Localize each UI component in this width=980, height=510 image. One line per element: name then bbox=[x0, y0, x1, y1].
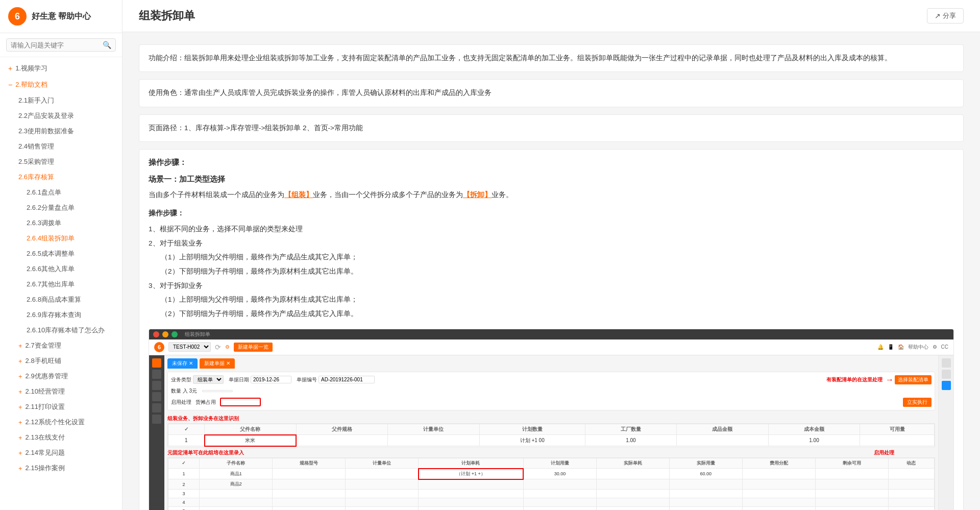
mock-no-input[interactable] bbox=[318, 376, 375, 383]
sidebar-item-label: 2.帮助文档 bbox=[15, 80, 47, 89]
mock-qty-display bbox=[202, 390, 233, 392]
function-intro-text: 功能介绍：组装拆卸单用来处理企业组装或拆卸等加工业务，支持有固定装配清单的产品加… bbox=[149, 54, 892, 62]
mock-cell: 30.00 bbox=[523, 469, 596, 479]
mock-process-label: 启用处理 bbox=[171, 399, 191, 406]
mock-cell bbox=[860, 435, 935, 446]
mock-sub-label: 货摊占用 bbox=[195, 399, 216, 406]
mock-cell: 1 bbox=[168, 435, 205, 446]
mock-org-select[interactable]: TEST-H002 bbox=[168, 342, 211, 352]
mock-select-bom-button[interactable]: 选择装配清单 bbox=[895, 375, 932, 384]
mock-cell bbox=[888, 469, 935, 479]
share-icon: ↗ bbox=[935, 12, 941, 20]
sidebar-item-label: 2.6.3调拨单 bbox=[27, 218, 61, 228]
sidebar-item-mobile[interactable]: + 2.8手机旺铺 bbox=[0, 353, 122, 369]
mock-help-text[interactable]: 帮助中心 bbox=[908, 344, 928, 351]
search-icon[interactable]: 🔍 bbox=[103, 41, 111, 49]
mock-type-select[interactable]: 组装单 拆卸单 bbox=[193, 375, 224, 384]
expand-icon: + bbox=[18, 449, 22, 457]
mock-cell: 60.00 bbox=[669, 469, 742, 479]
sidebar-item-finance[interactable]: + 2.7资金管理 bbox=[0, 338, 122, 353]
logo-text: 好生意 帮助中心 bbox=[32, 11, 91, 22]
sidebar-item-sales[interactable]: 2.4销售管理 bbox=[0, 139, 122, 154]
sidebar-item-label: 2.3使用前数据准备 bbox=[18, 127, 74, 136]
sidebar-item-assembly[interactable]: 2.6.4组装拆卸单 bbox=[0, 231, 122, 246]
sidebar-item-video[interactable]: + 1.视频学习 bbox=[0, 60, 122, 77]
mock-tab-new-doc[interactable]: 新建单据 ✕ bbox=[200, 358, 235, 369]
mock-date-label: 单据日期 bbox=[229, 376, 249, 383]
sidebar-item-label: 2.1新手入门 bbox=[18, 96, 54, 105]
sidebar-item-help-doc[interactable]: − 2.帮助文档 bbox=[0, 77, 122, 93]
mock-bell-icon[interactable]: 🔔 bbox=[877, 344, 884, 350]
mock-upper-table: ✓ 父件名称 父件规格 计量单位 计划数量 工厂数量 成品金额 成本金额 可用量 bbox=[168, 424, 935, 447]
sidebar-item-stocktake[interactable]: 2.6.1盘点单 bbox=[0, 185, 122, 200]
mock-tabs: 未保存 ✕ 新建单据 ✕ bbox=[167, 358, 935, 369]
share-button[interactable]: ↗ 分享 bbox=[927, 8, 964, 23]
mock-sidebar-icon-5 bbox=[152, 403, 161, 412]
sidebar-item-label: 2.6.5成本调整单 bbox=[27, 249, 75, 258]
sidebar-item-cost-adj[interactable]: 2.6.5成本调整单 bbox=[0, 246, 122, 261]
sidebar-item-print[interactable]: + 2.11打印设置 bbox=[0, 399, 122, 415]
mock-tab-unsaved[interactable]: 未保存 ✕ bbox=[167, 358, 198, 369]
sidebar-item-goods-cost[interactable]: 2.6.8商品成本重算 bbox=[0, 292, 122, 307]
sidebar-item-transfer[interactable]: 2.6.3调拨单 bbox=[0, 215, 122, 231]
sidebar-item-other-in[interactable]: 2.6.6其他入库单 bbox=[0, 261, 122, 277]
search-box[interactable]: 🔍 bbox=[6, 38, 116, 52]
mock-type-label: 业务类型 bbox=[171, 376, 191, 383]
mock-col-plan-use: 计划单耗 bbox=[419, 458, 524, 469]
mock-upper-annotation: 组装业务、拆卸业务在这里识别 bbox=[167, 416, 239, 421]
sidebar-item-partial-stocktake[interactable]: 2.6.2分量盘点单 bbox=[0, 200, 122, 215]
mock-cell: 1 bbox=[168, 469, 200, 479]
sidebar-item-inventory[interactable]: 2.6库存核算 bbox=[0, 169, 122, 185]
mock-confirm-button[interactable]: 立实执行 bbox=[903, 398, 932, 407]
mock-col-sub-name: 子件名称 bbox=[200, 458, 273, 469]
sidebar: 6 好生意 帮助中心 🔍 + 1.视频学习 − 2.帮助文档 2.1新手入门 2… bbox=[0, 0, 122, 510]
sidebar-item-install[interactable]: 2.2产品安装及登录 bbox=[0, 108, 122, 124]
disassemble-link[interactable]: 【拆卸】 bbox=[463, 191, 492, 199]
assemble-sub-steps: （1）上部明细为父件明细，最终作为产成品生成其它入库单； （2）下部明细为子件明… bbox=[149, 251, 954, 278]
mock-cell bbox=[346, 469, 419, 479]
mock-col-plan-qty2: 计划用量 bbox=[523, 458, 596, 469]
sidebar-item-other-out[interactable]: 2.6.7其他出库单 bbox=[0, 277, 122, 292]
sidebar-item-custom[interactable]: + 2.12系统个性化设置 bbox=[0, 415, 122, 430]
mock-phone-icon[interactable]: 📱 bbox=[888, 344, 894, 350]
mock-date-input[interactable] bbox=[251, 376, 291, 383]
sidebar-item-label: 2.6库存核算 bbox=[18, 173, 54, 182]
sidebar-item-stock-query[interactable]: 2.6.9库存账本查询 bbox=[0, 307, 122, 323]
mock-sidebar-icon-1 bbox=[152, 358, 161, 368]
sidebar-item-label: 2.6.6其他入库单 bbox=[27, 264, 75, 274]
sidebar-item-online-pay[interactable]: + 2.13在线支付 bbox=[0, 430, 122, 445]
mock-form-row-1: 业务类型 组装单 拆卸单 单据日期 bbox=[171, 375, 932, 384]
mock-upper-annotation-area: 组装业务、拆卸业务在这里识别 bbox=[167, 414, 935, 422]
mock-user-avatar[interactable]: CC bbox=[941, 344, 948, 350]
sidebar-item-operations[interactable]: + 2.10经营管理 bbox=[0, 384, 122, 399]
expand-icon: + bbox=[18, 434, 22, 442]
mock-annotation-right-text: 有装配清单的在这里处理 bbox=[826, 376, 883, 383]
mock-sidebar-icon-4 bbox=[152, 392, 161, 401]
mock-topbar-icons: 🔔 📱 🏠 帮助中心 ⚙ CC bbox=[877, 344, 948, 351]
mock-date-field: 单据日期 bbox=[229, 376, 291, 383]
mock-new-doc-button[interactable]: 新建单据一览 bbox=[234, 343, 273, 352]
mock-logo: 6 bbox=[154, 342, 164, 352]
scenario1-heading: 场景一：加工类型选择 bbox=[149, 175, 954, 184]
step-2: 2、对于组装业务 bbox=[149, 237, 954, 250]
sidebar-item-faq[interactable]: + 2.14常见问题 bbox=[0, 445, 122, 460]
mock-right-annotation: 有装配清单的在这里处理 → 选择装配清单 bbox=[826, 375, 932, 384]
path-intro-box: 页面路径：1、库存核算->库存管理->组装拆卸单 2、首页->常用功能 bbox=[139, 114, 964, 142]
sidebar-item-account-err[interactable]: 2.6.10库存账本错了怎么办 bbox=[0, 323, 122, 338]
sidebar-item-purchase[interactable]: 2.5采购管理 bbox=[0, 154, 122, 169]
role-intro-text: 使用角色：通常由生产人员或库管人员完成拆装业务的操作，库管人员确认原材料的出库和… bbox=[149, 89, 492, 96]
mock-home-icon[interactable]: 🏠 bbox=[898, 344, 904, 350]
disassemble-step-1: （1）上部明细为父件明细，最终作为原材料生成其它出库单； bbox=[161, 293, 954, 306]
mock-gear-icon[interactable]: ⚙ bbox=[933, 344, 937, 350]
sidebar-item-cases[interactable]: + 2.15操作案例 bbox=[0, 460, 122, 476]
assemble-link[interactable]: 【组装】 bbox=[284, 191, 313, 199]
sidebar-item-data-prep[interactable]: 2.3使用前数据准备 bbox=[0, 124, 122, 139]
mock-sub-input[interactable] bbox=[220, 398, 261, 406]
sidebar-item-coupon[interactable]: + 2.9优惠券管理 bbox=[0, 369, 122, 384]
mock-right-sidebar bbox=[938, 355, 953, 510]
search-input[interactable] bbox=[11, 41, 103, 49]
sidebar-item-label: 2.7资金管理 bbox=[26, 341, 61, 350]
sidebar-item-newbie[interactable]: 2.1新手入门 bbox=[0, 93, 122, 108]
operations-section: 操作步骤： 场景一：加工类型选择 当由多个子件材料组装成一个成品的业务为【组装】… bbox=[139, 149, 964, 510]
mock-cell: （计划 +1 +） bbox=[419, 469, 524, 479]
